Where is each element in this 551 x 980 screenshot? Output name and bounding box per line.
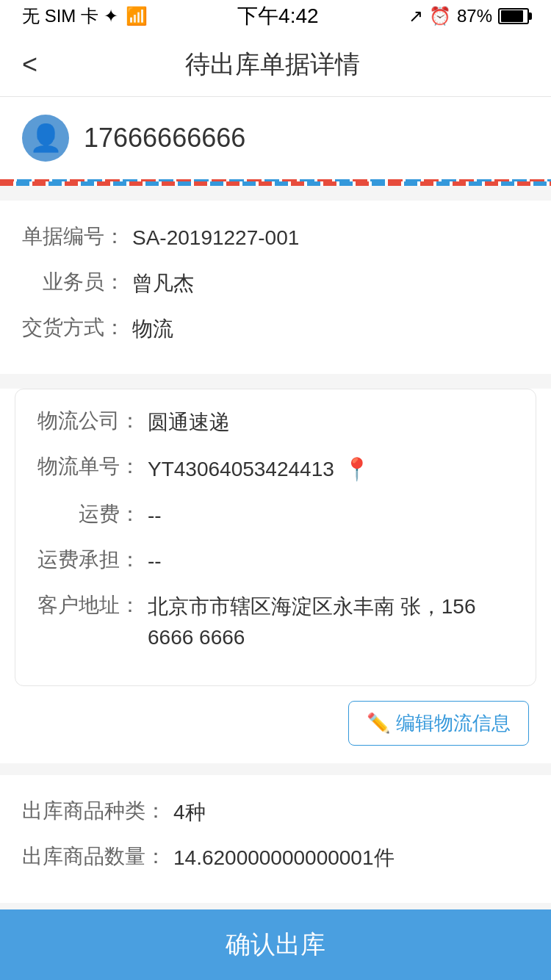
tracking-number-text: YT43064053424413 bbox=[148, 454, 334, 485]
dashed-divider bbox=[0, 181, 551, 186]
edit-icon: ✏️ bbox=[367, 712, 390, 735]
address-label: 客户地址： bbox=[37, 591, 140, 619]
delivery-value: 物流 bbox=[132, 314, 529, 345]
confirm-label: 确认出库 bbox=[226, 928, 325, 962]
freight-bear-label: 运费承担： bbox=[37, 546, 140, 574]
document-number-value: SA-20191227-001 bbox=[132, 223, 529, 253]
goods-types-row: 出库商品种类： 4种 bbox=[22, 797, 529, 828]
address-value: 北京市市辖区海淀区永丰南 张，156 6666 6666 bbox=[148, 591, 514, 653]
customer-phone: 17666666666 bbox=[84, 123, 245, 154]
freight-value: -- bbox=[148, 500, 514, 531]
back-icon: < bbox=[22, 49, 37, 79]
goods-types-label: 出库商品种类： bbox=[22, 797, 166, 825]
location-status-icon: ↗ bbox=[408, 6, 423, 26]
avatar: 👤 bbox=[22, 115, 69, 162]
back-button[interactable]: < bbox=[22, 42, 52, 87]
logistics-company-value: 圆通速递 bbox=[148, 407, 514, 438]
map-pin-icon[interactable]: 📍 bbox=[343, 453, 370, 486]
logistics-wrapper: 物流公司： 圆通速递 物流单号： YT43064053424413 📍 运费： … bbox=[0, 389, 551, 763]
freight-bear-row: 运费承担： -- bbox=[37, 546, 514, 577]
goods-quantity-value: 14.620000000000001件 bbox=[173, 843, 529, 873]
agent-row: 业务员： 曾凡杰 bbox=[22, 268, 529, 299]
goods-quantity-label: 出库商品数量： bbox=[22, 843, 166, 871]
goods-section: 出库商品种类： 4种 出库商品数量： 14.620000000000001件 bbox=[0, 775, 551, 903]
status-bar: 无 SIM 卡 ✦ 📶 下午4:42 ↗ ⏰ 87% bbox=[0, 0, 551, 32]
wifi-icon: 📶 bbox=[126, 6, 148, 26]
freight-row: 运费： -- bbox=[37, 500, 514, 531]
edit-btn-row: ✏️ 编辑物流信息 bbox=[0, 686, 551, 763]
status-left: 无 SIM 卡 ✦ 📶 bbox=[22, 4, 148, 28]
logistics-tracking-value: YT43064053424413 📍 bbox=[148, 453, 514, 486]
document-info-section: 单据编号： SA-20191227-001 业务员： 曾凡杰 交货方式： 物流 bbox=[0, 201, 551, 374]
document-number-row: 单据编号： SA-20191227-001 bbox=[22, 223, 529, 253]
confirm-button[interactable]: 确认出库 bbox=[0, 909, 551, 980]
logistics-card: 物流公司： 圆通速递 物流单号： YT43064053424413 📍 运费： … bbox=[15, 389, 536, 686]
logistics-tracking-label: 物流单号： bbox=[37, 453, 140, 480]
person-icon: 👤 bbox=[29, 123, 62, 154]
logistics-company-row: 物流公司： 圆通速递 bbox=[37, 407, 514, 438]
agent-label: 业务员： bbox=[22, 268, 125, 296]
agent-value: 曾凡杰 bbox=[132, 268, 529, 299]
delivery-row: 交货方式： 物流 bbox=[22, 314, 529, 345]
alarm-icon: ⏰ bbox=[429, 6, 451, 26]
logistics-company-label: 物流公司： bbox=[37, 407, 140, 435]
battery-percent: 87% bbox=[457, 6, 492, 26]
goods-types-value: 4种 bbox=[173, 797, 529, 828]
document-number-label: 单据编号： bbox=[22, 223, 125, 251]
status-right: ↗ ⏰ 87% bbox=[408, 6, 529, 26]
sim-status: 无 SIM 卡 ✦ bbox=[22, 4, 118, 28]
status-time: 下午4:42 bbox=[237, 2, 319, 30]
edit-logistics-button[interactable]: ✏️ 编辑物流信息 bbox=[348, 701, 529, 746]
freight-bear-value: -- bbox=[148, 546, 514, 577]
logistics-tracking-row: 物流单号： YT43064053424413 📍 bbox=[37, 453, 514, 486]
nav-bar: < 待出库单据详情 bbox=[0, 32, 551, 97]
separator-1 bbox=[0, 763, 551, 775]
address-row: 客户地址： 北京市市辖区海淀区永丰南 张，156 6666 6666 bbox=[37, 591, 514, 653]
freight-label: 运费： bbox=[37, 500, 140, 528]
goods-quantity-row: 出库商品数量： 14.620000000000001件 bbox=[22, 843, 529, 873]
page-title: 待出库单据详情 bbox=[52, 48, 492, 82]
delivery-label: 交货方式： bbox=[22, 314, 125, 342]
battery-indicator bbox=[498, 8, 529, 24]
edit-logistics-label: 编辑物流信息 bbox=[396, 710, 511, 736]
customer-header-section: 👤 17666666666 bbox=[0, 97, 551, 186]
customer-header: 👤 17666666666 bbox=[0, 97, 551, 181]
